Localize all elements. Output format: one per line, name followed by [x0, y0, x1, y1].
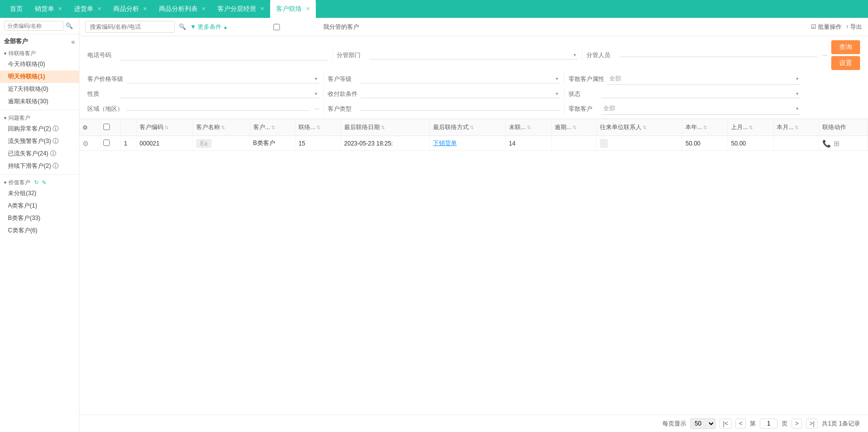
first-page-btn[interactable]: |< [720, 419, 731, 429]
sidebar-item-class-c[interactable]: C类客户(6) [0, 224, 79, 237]
price-level-select[interactable]: ▾ [126, 74, 319, 83]
nature-select[interactable]: ▾ [120, 89, 319, 98]
refresh-value-icon[interactable]: ↻ [34, 179, 39, 186]
status-field: 状态 ▾ [569, 89, 800, 98]
adv-filter-row2: 客户价格等级 ▾ 客户等级 ▾ 零散客户属性 [87, 73, 860, 85]
sidebar-item-overdue[interactable]: 逾期未联络(30) [0, 95, 79, 108]
sidebar-item-class-a[interactable]: A类客户(1) [0, 200, 79, 212]
my-customers-checkbox-label[interactable]: 我分管的客户 [232, 23, 359, 31]
batch-op-icon: ☑ [811, 23, 816, 30]
sidebar-item-class-b[interactable]: B类客户(33) [0, 212, 79, 224]
nav-analysis[interactable]: 商品分析 ✕ [107, 0, 153, 18]
sort-code-icon: ⇅ [164, 125, 168, 130]
close-sales-icon[interactable]: ✕ [58, 0, 62, 18]
sidebar-group-pending: ▾ 待联络客户 [0, 48, 79, 58]
th-last-month: 上月...⇅ [728, 119, 774, 136]
customer-level-select[interactable]: ▾ [361, 74, 560, 83]
arrow-problem-icon: ▾ [4, 115, 6, 121]
sort-last-month-icon: ⇅ [749, 125, 753, 130]
sidebar-item-continuous-down[interactable]: 持续下滑客户(2) ⓘ [0, 160, 79, 172]
contact-method-link[interactable]: 下销货单 [433, 140, 457, 146]
cell-last-month: 50.00 [728, 136, 774, 151]
cell-gear: ⚙ [79, 136, 100, 151]
th-index [121, 119, 137, 136]
sidebar-item-lost-risk[interactable]: 流失预警客户(3) ⓘ [0, 135, 79, 147]
customer-name-masked: Ea [196, 139, 212, 148]
phone-input[interactable] [120, 50, 328, 61]
export-btn[interactable]: ↑ 导出 [846, 23, 862, 31]
row-gear-icon[interactable]: ⚙ [82, 140, 89, 147]
search-icon[interactable]: 🔍 [179, 23, 186, 30]
next-page-btn[interactable]: > [792, 419, 802, 429]
cell-contact-person [597, 136, 682, 151]
th-this-year: 本年...⇅ [682, 119, 728, 136]
sidebar-item-repurchase-abnormal[interactable]: 回购异常客户(2) ⓘ [0, 123, 79, 135]
my-customers-checkbox[interactable] [232, 24, 321, 30]
sort-this-month-icon: ⇅ [795, 125, 798, 130]
retail-customer-select[interactable]: 全部 ▾ [601, 103, 800, 115]
sidebar-item-unsorted[interactable]: 未分组(32) [0, 187, 79, 200]
sidebar-item-tomorrow[interactable]: 明天待联络(1) [0, 71, 79, 83]
sort-this-year-icon: ⇅ [703, 125, 707, 130]
area-more-icon[interactable]: ··· [314, 105, 319, 112]
gear-header-icon[interactable]: ⚙ [82, 124, 88, 131]
area-select[interactable] [126, 107, 309, 111]
sidebar-search-icon[interactable]: 🔍 [66, 22, 73, 29]
sort-method-icon: ⇅ [470, 125, 474, 130]
nav-customer-contact[interactable]: 客户联络 ✕ [270, 0, 316, 18]
search-input[interactable] [85, 21, 175, 33]
nav-purchase[interactable]: 进货单 ✕ [68, 0, 107, 18]
manager-select[interactable] [619, 54, 817, 57]
batch-op-btn[interactable]: ☑ 批量操作 [811, 23, 842, 31]
query-btn[interactable]: 查询 [831, 40, 860, 54]
manager-more-icon[interactable]: ··· [822, 52, 827, 59]
edit-value-icon[interactable]: ✎ [42, 179, 47, 186]
last-page-btn[interactable]: >| [806, 419, 818, 429]
sidebar-all-customers[interactable]: 全部客户 « [0, 34, 79, 48]
sidebar-collapse-icon[interactable]: « [71, 38, 75, 46]
sidebar-item-today[interactable]: 今天待联络(0) [0, 58, 79, 71]
close-customer-tier-icon[interactable]: ✕ [260, 0, 264, 18]
dept-select[interactable]: ▾ [369, 51, 578, 60]
nav-home[interactable]: 首页 [4, 0, 29, 18]
page-input[interactable] [760, 419, 778, 429]
close-analysis-list-icon[interactable]: ✕ [202, 0, 206, 18]
row-checkbox[interactable] [103, 140, 110, 146]
sort-name-icon: ⇅ [221, 125, 225, 130]
price-level-chevron-icon: ▾ [315, 76, 317, 81]
sort-person-icon: ⇅ [643, 125, 647, 130]
th-type: 客户...⇅ [250, 119, 295, 136]
adv-filter-row1: 电话号码 分管部门 ▾ 分管人员 ··· [87, 40, 860, 70]
close-customer-contact-icon[interactable]: ✕ [306, 0, 310, 18]
payment-select[interactable]: ▾ [361, 89, 560, 98]
content-area: 🔍 ▼ 更多条件 ▲ 我分管的客户 ☑ 批量操作 ↑ 导出 [79, 18, 868, 432]
close-analysis-icon[interactable]: ✕ [143, 0, 147, 18]
cell-action: 📞 ⊞ [819, 136, 868, 151]
action-phone-icon[interactable]: 📞 [822, 140, 831, 147]
action-grid-icon[interactable]: ⊞ [834, 140, 840, 147]
per-page-select[interactable]: 50 100 200 [690, 418, 716, 429]
sort-contact-icon: ⇅ [316, 125, 320, 130]
sidebar-item-week[interactable]: 近7天待联络(0) [0, 83, 79, 95]
retail-attr-select[interactable]: 全部 ▾ [607, 73, 800, 85]
nav-customer-tier[interactable]: 客户分层经营 ✕ [212, 0, 270, 18]
close-purchase-icon[interactable]: ✕ [97, 0, 101, 18]
sort-uncontacted-icon: ⇅ [527, 125, 531, 130]
more-conditions-btn[interactable]: ▼ 更多条件 ▲ [190, 23, 228, 31]
select-all-checkbox[interactable] [103, 124, 110, 130]
th-uncontacted: 未联...⇅ [506, 119, 551, 136]
customers-table: ⚙ 客户编码⇅ 客户名称⇅ 客户...⇅ 联络...⇅ [79, 119, 868, 151]
nav-sales[interactable]: 销货单 ✕ [29, 0, 68, 18]
customer-type-select[interactable] [361, 107, 560, 111]
prev-page-btn[interactable]: < [735, 419, 746, 429]
table-area: ⚙ 客户编码⇅ 客户名称⇅ 客户...⇅ 联络...⇅ [79, 119, 868, 415]
nav-analysis-list[interactable]: 商品分析列表 ✕ [153, 0, 212, 18]
status-select[interactable]: ▾ [601, 89, 800, 98]
export-icon: ↑ [846, 23, 849, 30]
sidebar-item-lost[interactable]: 已流失客户(24) ⓘ [0, 147, 79, 160]
payment-chevron-icon: ▾ [556, 91, 558, 96]
retail-attr-field: 零散客户属性 全部 ▾ [569, 73, 800, 85]
set-btn[interactable]: 设置 [831, 56, 860, 70]
sidebar-search-input[interactable] [4, 21, 64, 31]
sort-date-icon: ⇅ [381, 125, 385, 130]
